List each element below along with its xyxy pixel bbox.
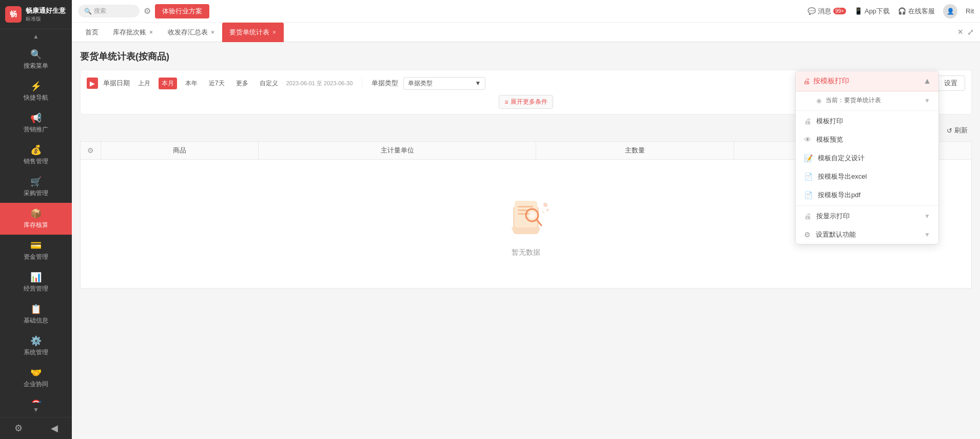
tab-batch-account[interactable]: 库存批次账 × [106,23,161,42]
user-name: Rit [966,7,974,15]
type-select-arrow: ▼ [475,80,481,87]
dropdown-item-template-excel[interactable]: 📄 按模板导出excel [796,167,938,186]
sidebar-item-operation[interactable]: 📊 经营管理 [0,266,72,298]
message-badge: 99+ [833,8,846,14]
dropdown-divider-1 [796,110,938,111]
template-design-icon: 📝 [804,154,813,162]
online-service-btn[interactable]: 🎧 在线客服 [898,7,935,16]
default-func-label: 设置默认功能 [816,230,856,239]
type-select-placeholder: 单据类型 [408,79,433,88]
date-btn-current-year[interactable]: 本年 [182,78,201,89]
page-title: 要货单统计表(按商品) [80,50,972,63]
header-gear-icon[interactable]: ⚙ [144,6,151,16]
sidebar-item-inventory[interactable]: 📦 库存核算 [0,203,72,235]
date-btn-prev-month[interactable]: 上月 [135,78,153,89]
header-right: 💬 消息 99+ 📱 App下载 🎧 在线客服 👤 Rit [808,4,974,18]
date-btn-custom[interactable]: 自定义 [257,78,281,89]
dropdown-item-template-print[interactable]: 🖨 模板打印 [796,112,938,130]
svg-point-11 [542,211,544,213]
dropdown-item-default-func[interactable]: ⚙ 设置默认功能 ▼ [796,225,938,244]
template-design-label: 模板自定义设计 [818,154,865,163]
tab-receipt-summary[interactable]: 收发存汇总表 × [161,23,222,42]
display-print-icon: 🖨 [804,212,811,220]
th-settings[interactable]: ⚙ [81,142,101,160]
refresh-btn[interactable]: ↺ 刷新 [943,124,972,137]
sidebar-item-label: 系统管理 [24,348,48,357]
template-excel-icon: 📄 [804,173,813,181]
main-wrapper: 🔍 搜索 ⚙ 体验行业方案 💬 消息 99+ 📱 App下载 🎧 在线客服 👤 [72,0,980,439]
header-search-bar[interactable]: 🔍 搜索 [78,5,140,17]
brand-icon: 畅 [5,6,22,23]
system-icon: ⚙️ [30,335,42,347]
tab-home[interactable]: 首页 [78,23,106,42]
sidebar-item-label: 企业协同 [24,380,48,389]
empty-icon [500,190,552,242]
th-quantity: 主数量 [536,142,734,160]
sidebar-item-search[interactable]: 🔍 搜索菜单 [0,44,72,75]
dropdown-item-template-pdf[interactable]: 📄 按模板导出pdf [796,186,938,204]
sidebar-item-guide[interactable]: 🎯 新手引导 [0,394,72,403]
dropdown-item-template-preview[interactable]: 👁 模板预览 [796,130,938,149]
settings-button[interactable]: 设置 [936,75,965,91]
empty-text: 暂无数据 [512,248,540,257]
sidebar-item-purchase[interactable]: 🛒 采购管理 [0,171,72,203]
table-settings-icon[interactable]: ⚙ [87,146,94,155]
date-btn-more[interactable]: 更多 [233,78,251,89]
sidebar-item-basic[interactable]: 📋 基础信息 [0,298,72,330]
sidebar-item-label: 经营管理 [24,284,48,293]
sidebar-footer: ⚙ ◀ [0,417,72,439]
app-download-btn[interactable]: 📱 App下载 [854,7,890,16]
sidebar-item-label: 销售管理 [24,157,48,166]
settings-footer-btn[interactable]: ⚙ [14,423,23,434]
sidebar-item-collab[interactable]: 🤝 企业协同 [0,362,72,394]
quick-nav-icon: ⚡ [30,81,42,92]
dropdown-item-display-print[interactable]: 🖨 按显示打印 ▼ [796,207,938,225]
dropdown-title-area: 🖨 按模板打印 [803,77,849,86]
dropdown-header: 🖨 按模板打印 ▲ [796,71,938,91]
tab-window-close[interactable]: × [957,27,963,37]
collapse-footer-btn[interactable]: ◀ [51,423,58,434]
tab-receipt-summary-label: 收发存汇总表 [168,28,208,37]
user-avatar[interactable]: 👤 [943,4,957,18]
print-dropdown-popup: 🖨 按模板打印 ▲ ◉ 当前：要货单统计表 ▼ 🖨 模板打印 👁 模 [795,71,939,244]
message-btn[interactable]: 💬 消息 99+ [808,7,846,16]
dropdown-divider-2 [796,205,938,206]
expand-label: 展开更多条件 [511,98,547,106]
sidebar-item-marketing[interactable]: 📢 营销推广 [0,107,72,139]
type-select[interactable]: 单据类型 ▼ [403,77,485,90]
tab-window-expand[interactable]: ⤢ [967,27,974,37]
date-btn-current-month[interactable]: 本月 [159,78,177,89]
dropdown-print-icon: 🖨 [803,77,810,85]
expand-conditions-btn[interactable]: ≡ 展开更多条件 [499,95,553,109]
filter-expand-icon[interactable]: ▶ [87,78,98,89]
app-icon: 📱 [854,7,863,15]
dropdown-item-template-design[interactable]: 📝 模板自定义设计 [796,149,938,167]
tab-batch-account-close[interactable]: × [149,29,153,36]
tab-batch-account-label: 库存批次账 [113,28,146,37]
tabs-bar: 首页 库存批次账 × 收发存汇总表 × 要货单统计表 × × ⤢ [72,23,980,42]
dropdown-chevron-up[interactable]: ▲ [923,77,931,86]
sidebar-scroll-down[interactable]: ▼ [0,403,72,417]
trial-button[interactable]: 体验行业方案 [155,4,209,18]
sidebar-item-label: 搜索菜单 [24,62,48,70]
sidebar-item-label: 资金管理 [24,253,48,261]
brand-name: 畅康通好生意 [26,6,66,15]
dropdown-current-template[interactable]: ◉ 当前：要货单统计表 ▼ [796,91,938,109]
sidebar-item-sales[interactable]: 💰 销售管理 [0,139,72,171]
sidebar-item-quick-nav[interactable]: ⚡ 快捷导航 [0,75,72,107]
tab-order-stats-close[interactable]: × [272,29,276,36]
tab-receipt-summary-close[interactable]: × [211,29,214,36]
sidebar-scroll-up[interactable]: ▲ [0,29,72,44]
basic-icon: 📋 [30,303,42,315]
refresh-icon: ↺ [947,127,952,135]
sidebar-item-finance[interactable]: 💳 资金管理 [0,235,72,266]
marketing-icon: 📢 [30,112,42,124]
sidebar-item-label: 库存核算 [24,221,48,230]
sidebar-item-system[interactable]: ⚙️ 系统管理 [0,330,72,362]
display-print-label: 按显示打印 [816,212,850,221]
date-btn-last-7-days[interactable]: 近7天 [206,78,228,89]
tab-order-stats[interactable]: 要货单统计表 × [222,23,284,42]
svg-rect-3 [518,206,533,207]
template-excel-label: 按模板导出excel [818,172,867,181]
type-label: 单据类型 [371,79,398,88]
